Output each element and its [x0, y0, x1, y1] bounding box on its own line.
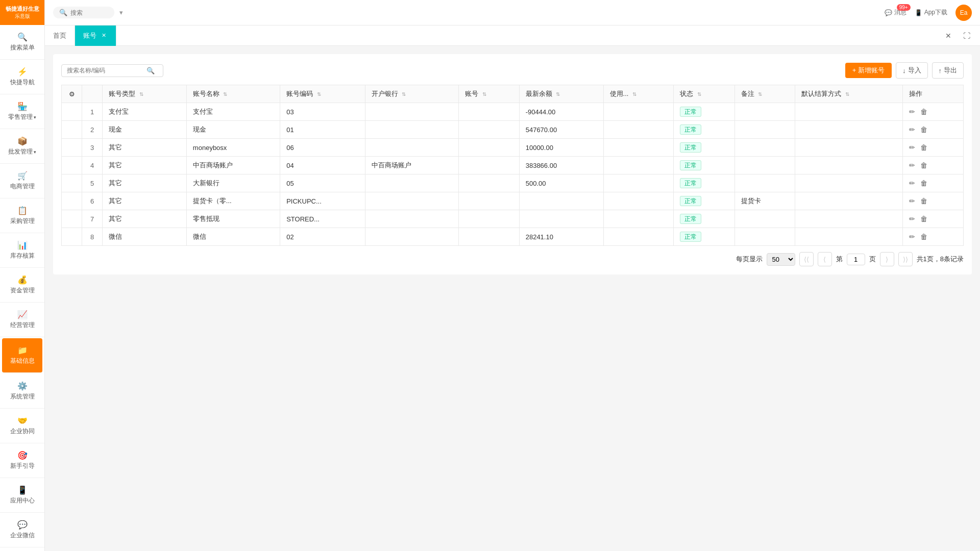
page-last-button[interactable]: ⟩⟩ [898, 252, 913, 266]
top-search-box[interactable]: 🔍 [53, 7, 114, 18]
system-mgmt-icon: ⚙️ [4, 381, 40, 391]
page-prev-button[interactable]: ⟨ [818, 252, 832, 266]
main-area: 🔍 ▾ 💬 消息 99+ 📱 App下载 Ea 首页 账号 ✕ [45, 0, 980, 551]
delete-button[interactable]: 🗑 [920, 215, 927, 223]
table-row: 2 现金 现金 01 547670.00 正常 ✏ 🗑 [62, 121, 964, 139]
edit-button[interactable]: ✏ [909, 108, 915, 116]
row-settings [62, 192, 82, 210]
top-bar: 🔍 ▾ 💬 消息 99+ 📱 App下载 Ea [45, 0, 980, 26]
page-number-input[interactable] [847, 254, 865, 265]
add-account-button[interactable]: + 新增账号 [845, 63, 892, 78]
page-next-button[interactable]: ⟩ [880, 252, 894, 266]
account-search-icon[interactable]: 🔍 [146, 67, 155, 74]
app-download-label: App下载 [924, 8, 947, 17]
tab-close-all-button[interactable]: ✕ [941, 29, 955, 43]
account-search-box[interactable]: 🔍 [61, 64, 163, 77]
per-page-select[interactable]: 50 20 100 [767, 253, 795, 266]
table-row: 1 支付宝 支付宝 03 -90444.00 正常 ✏ 🗑 [62, 103, 964, 121]
row-account-name: 中百商场账户 [186, 157, 280, 174]
sidebar-item-purchase-mgmt[interactable]: 📋 采购管理 [0, 198, 44, 233]
row-actions: ✏ 🗑 [903, 121, 964, 139]
edit-button[interactable]: ✏ [909, 215, 915, 223]
user-avatar[interactable]: Ea [955, 5, 972, 21]
page-suffix: 页 [869, 255, 876, 264]
delete-button[interactable]: 🗑 [920, 179, 927, 187]
delete-button[interactable]: 🗑 [920, 126, 927, 134]
tab-home[interactable]: 首页 [45, 26, 75, 46]
page-first-button[interactable]: ⟨⟨ [799, 252, 814, 266]
edit-button[interactable]: ✏ [909, 143, 915, 152]
table-status-header[interactable]: 状态 ⇅ [674, 85, 734, 103]
table-latest-balance-header[interactable]: 最新余额 ⇅ [519, 85, 603, 103]
row-default-settle [795, 210, 903, 228]
top-search-arrow[interactable]: ▾ [119, 9, 123, 16]
table-account-type-header[interactable]: 账号类型 ⇅ [103, 85, 187, 103]
row-account-name: 微信 [186, 228, 280, 246]
row-account-type: 其它 [103, 157, 187, 174]
delete-button[interactable]: 🗑 [920, 161, 927, 169]
sidebar: 畅捷通好生意 乐意版 🔍 搜索菜单 ⚡ 快捷导航 🏪 零售管理 ▾ 📦 批发管理… [0, 0, 45, 551]
sidebar-item-newbie-guide[interactable]: 🎯 新手引导 [0, 443, 44, 478]
sidebar-item-enterprise-agreement[interactable]: 🤝 企业协同 [0, 409, 44, 443]
edit-button[interactable]: ✏ [909, 126, 915, 134]
sidebar-item-basic-info[interactable]: 📁 基础信息 [2, 338, 42, 373]
sidebar-item-ecommerce-mgmt[interactable]: 🛒 电商管理 [0, 164, 44, 198]
sidebar-item-wholesale-mgmt[interactable]: 📦 批发管理 ▾ [0, 129, 44, 164]
delete-button[interactable]: 🗑 [920, 143, 927, 152]
sidebar-item-label: 资金管理 [4, 286, 40, 295]
sidebar-item-inventory[interactable]: 📊 库存核算 [0, 233, 44, 268]
import-label: 导入 [908, 66, 921, 75]
table-row: 8 微信 微信 02 28241.10 正常 ✏ 🗑 [62, 228, 964, 246]
delete-button[interactable]: 🗑 [920, 233, 927, 241]
table-usage-header[interactable]: 使用... ⇅ [603, 85, 674, 103]
table-remark-header[interactable]: 备注 ⇅ [734, 85, 795, 103]
edit-button[interactable]: ✏ [909, 161, 915, 169]
sidebar-item-label: 应用中心 [4, 496, 40, 505]
delete-button[interactable]: 🗑 [920, 108, 927, 116]
top-search-input[interactable] [70, 9, 111, 16]
table-account-no-header[interactable]: 账号 ⇅ [459, 85, 520, 103]
table-bank-header[interactable]: 开户银行 ⇅ [365, 85, 458, 103]
tab-fullscreen-button[interactable]: ⛶ [960, 29, 974, 43]
edit-button[interactable]: ✏ [909, 233, 915, 241]
status-badge: 正常 [680, 214, 701, 224]
sidebar-item-system-mgmt[interactable]: ⚙️ 系统管理 [0, 374, 44, 409]
export-button[interactable]: ↑ 导出 [932, 62, 964, 79]
sidebar-item-quick-nav[interactable]: ⚡ 快捷导航 [0, 60, 44, 94]
account-search-input[interactable] [67, 67, 143, 74]
row-status: 正常 [674, 103, 734, 121]
tab-account-close[interactable]: ✕ [100, 32, 108, 40]
row-status: 正常 [674, 192, 734, 210]
sidebar-item-app-center[interactable]: 📱 应用中心 [0, 478, 44, 513]
retail-mgmt-icon: 🏪 [17, 102, 28, 111]
tab-account[interactable]: 账号 ✕ [75, 26, 116, 46]
edit-button[interactable]: ✏ [909, 197, 915, 205]
sidebar-item-member[interactable]: ⭐ 畅会员 [0, 547, 44, 551]
sidebar-item-enterprise-wechat[interactable]: 💬 企业微信 [0, 513, 44, 547]
row-remark [734, 103, 795, 121]
row-num: 5 [82, 174, 103, 192]
sidebar-item-retail-mgmt[interactable]: 🏪 零售管理 ▾ [0, 94, 44, 129]
basic-info-icon: 📁 [6, 345, 38, 355]
edit-button[interactable]: ✏ [909, 179, 915, 187]
delete-button[interactable]: 🗑 [920, 197, 927, 205]
row-settings [62, 157, 82, 174]
newbie-guide-icon: 🎯 [4, 450, 40, 460]
row-bank [365, 139, 458, 157]
table-account-code-header[interactable]: 账号编码 ⇅ [280, 85, 365, 103]
search-menu-icon: 🔍 [4, 32, 40, 42]
app-center-icon: 📱 [4, 485, 40, 495]
table-account-name-header[interactable]: 账号名称 ⇅ [186, 85, 280, 103]
table-default-settle-header[interactable]: 默认结算方式 ⇅ [795, 85, 903, 103]
sidebar-item-search-menu[interactable]: 🔍 搜索菜单 [0, 25, 44, 60]
row-latest-balance [519, 210, 603, 228]
table-settings-header[interactable]: ⚙ [62, 85, 82, 103]
sidebar-item-label: 企业微信 [4, 531, 40, 540]
import-button[interactable]: ↓ 导入 [896, 62, 928, 79]
sidebar-item-operation-mgmt[interactable]: 📈 经营管理 [0, 303, 44, 337]
row-usage [603, 121, 674, 139]
row-settings [62, 103, 82, 121]
message-button[interactable]: 💬 消息 99+ [885, 8, 906, 17]
app-download-button[interactable]: 📱 App下载 [915, 8, 947, 17]
sidebar-item-finance-mgmt[interactable]: 💰 资金管理 [0, 268, 44, 303]
